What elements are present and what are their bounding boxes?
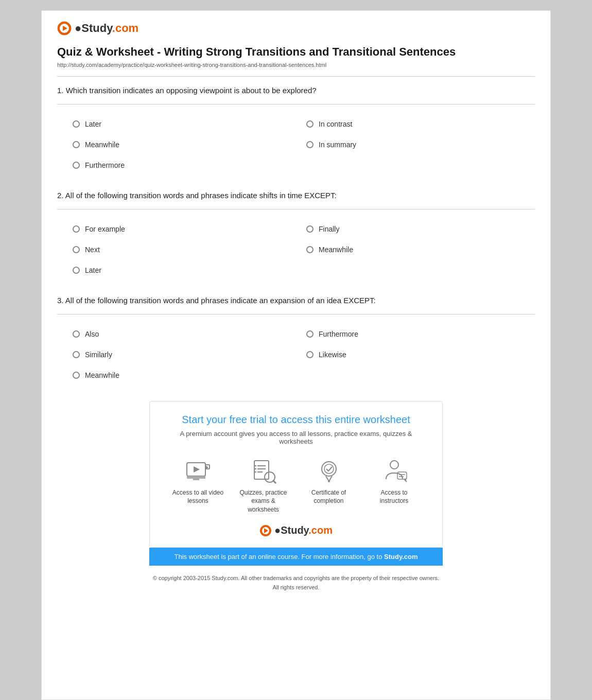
option-item[interactable]: For example — [67, 219, 301, 239]
option-label: Furthermore — [319, 330, 358, 338]
option-label: Also — [85, 330, 99, 338]
radio-button[interactable] — [73, 120, 80, 128]
option-item[interactable]: Finally — [301, 219, 535, 239]
option-label: Next — [85, 246, 100, 254]
svg-point-23 — [390, 461, 398, 469]
footer: © copyright 2003-2015 Study.com. All oth… — [57, 574, 535, 592]
question-divider-3 — [57, 314, 535, 314]
option-item[interactable]: Meanwhile — [67, 134, 301, 155]
option-label: In contrast — [319, 120, 352, 128]
options-grid-1: LaterIn contrastMeanwhileIn summaryFurth… — [67, 114, 535, 176]
option-item[interactable]: Likewise — [301, 344, 535, 365]
svg-point-18 — [322, 462, 336, 476]
option-label: For example — [85, 225, 125, 233]
option-label: Likewise — [319, 351, 346, 359]
radio-button[interactable] — [306, 120, 314, 128]
options-grid-3: AlsoFurthermoreSimilarlyLikewiseMeanwhil… — [67, 324, 535, 386]
radio-button[interactable] — [73, 372, 80, 379]
banner-text: This worksheet is part of an online cour… — [174, 553, 384, 561]
promo-logo-icon — [259, 524, 272, 537]
option-item[interactable]: Furthermore — [67, 155, 301, 176]
option-item[interactable] — [301, 155, 535, 176]
promo-title: Start your free trial to access this ent… — [165, 414, 427, 426]
question-text-2: 2. All of the following transition words… — [57, 191, 535, 200]
video-icon — [185, 458, 212, 484]
quiz-icon — [250, 458, 277, 484]
footer-line1: © copyright 2003-2015 Study.com. All oth… — [57, 574, 535, 583]
option-item[interactable]: In summary — [301, 134, 535, 155]
promo-features: Access to all video lessons Quizzes, pra… — [165, 458, 427, 514]
radio-button[interactable] — [306, 351, 314, 358]
svg-line-28 — [405, 480, 407, 482]
logo-area: ●Study.com — [57, 21, 535, 36]
option-item[interactable]: Similarly — [67, 344, 301, 365]
svg-rect-5 — [193, 479, 199, 480]
radio-button[interactable] — [306, 330, 314, 338]
option-item[interactable] — [301, 260, 535, 281]
instructor-icon — [381, 458, 408, 484]
option-item[interactable]: In contrast — [301, 114, 535, 134]
option-label: Later — [85, 120, 101, 128]
question-1: 1. Which transition indicates an opposin… — [57, 86, 535, 176]
radio-button[interactable] — [73, 267, 80, 274]
questions-container: 1. Which transition indicates an opposin… — [57, 86, 535, 386]
option-label: Finally — [319, 225, 339, 233]
svg-marker-6 — [194, 466, 200, 472]
promo-logo-text: ●Study.com — [274, 524, 333, 536]
promo-box: Start your free trial to access this ent… — [149, 401, 443, 548]
option-label: Meanwhile — [85, 141, 119, 149]
option-label: In summary — [319, 141, 356, 149]
option-label: Meanwhile — [319, 246, 353, 254]
page-container: ●Study.com Quiz & Worksheet - Writing St… — [41, 10, 551, 700]
banner-link: Study.com — [384, 553, 418, 561]
option-label: Furthermore — [85, 161, 125, 169]
option-item[interactable]: Furthermore — [301, 324, 535, 344]
certificate-icon — [316, 458, 342, 484]
promo-feature-certificate-label: Certificate of completion — [301, 488, 357, 506]
radio-button[interactable] — [306, 246, 314, 253]
promo-feature-instructor: Access to instructors — [366, 458, 423, 514]
option-item[interactable]: Also — [67, 324, 301, 344]
question-2: 2. All of the following transition words… — [57, 191, 535, 281]
question-divider-1 — [57, 104, 535, 104]
option-item[interactable]: Next — [67, 239, 301, 260]
studycom-logo-icon — [57, 21, 72, 36]
radio-button[interactable] — [73, 141, 80, 148]
option-item[interactable]: Meanwhile — [67, 365, 301, 386]
option-label: Meanwhile — [85, 371, 119, 379]
promo-logo: ●Study.com — [165, 524, 427, 537]
banner-wrapper: This worksheet is part of an online cour… — [149, 548, 443, 566]
option-label: Later — [85, 266, 101, 274]
title-divider — [57, 76, 535, 77]
promo-feature-quiz-label: Quizzes, practice exams & worksheets — [235, 488, 292, 514]
option-label: Similarly — [85, 351, 112, 359]
svg-point-19 — [324, 464, 334, 474]
promo-feature-quiz: Quizzes, practice exams & worksheets — [235, 458, 292, 514]
question-text-1: 1. Which transition indicates an opposin… — [57, 86, 535, 95]
radio-button[interactable] — [306, 141, 314, 148]
footer-line2: All rights reserved. — [57, 583, 535, 592]
radio-button[interactable] — [73, 225, 80, 233]
radio-button[interactable] — [306, 225, 314, 233]
option-item[interactable]: Later — [67, 260, 301, 281]
radio-button[interactable] — [73, 246, 80, 253]
svg-rect-4 — [187, 476, 205, 479]
svg-rect-9 — [254, 461, 269, 479]
question-divider-2 — [57, 209, 535, 209]
page-url: http://study.com/academy/practice/quiz-w… — [57, 62, 535, 68]
online-course-banner: This worksheet is part of an online cour… — [149, 548, 443, 566]
radio-button[interactable] — [73, 351, 80, 358]
option-item[interactable] — [301, 365, 535, 386]
page-title: Quiz & Worksheet - Writing Strong Transi… — [57, 45, 535, 60]
radio-button[interactable] — [73, 330, 80, 338]
logo-text: ●Study.com — [75, 22, 138, 35]
radio-button[interactable] — [73, 162, 80, 169]
option-item[interactable]: Meanwhile — [301, 239, 535, 260]
promo-feature-instructor-label: Access to instructors — [366, 488, 423, 506]
svg-line-17 — [273, 480, 276, 483]
promo-subtitle: A premium account gives you access to al… — [165, 430, 427, 445]
question-text-3: 3. All of the following transition words… — [57, 296, 535, 305]
option-item[interactable]: Later — [67, 114, 301, 134]
svg-point-22 — [328, 480, 330, 482]
question-3: 3. All of the following transition words… — [57, 296, 535, 386]
